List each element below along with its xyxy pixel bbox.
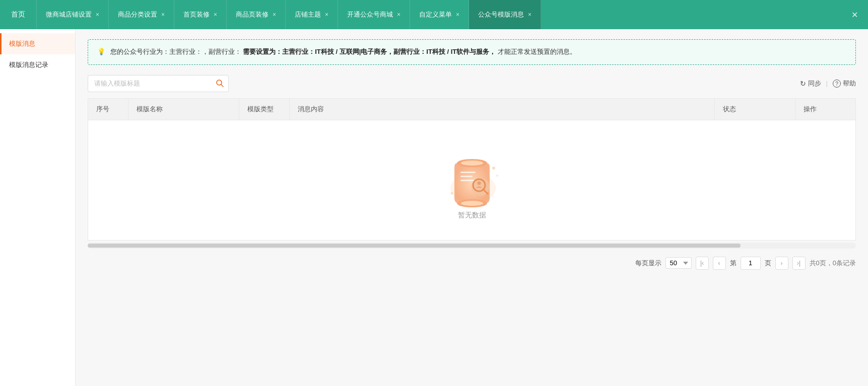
page-size-label: 每页显示: [635, 259, 661, 268]
tab-product-category[interactable]: 商品分类设置 ×: [109, 0, 174, 29]
lightbulb-icon: 💡: [97, 48, 105, 55]
data-table: 序号 模版名称 模版类型 消息内容 状态 操作: [88, 98, 856, 241]
tab-open-mall-label: 开通公众号商城: [347, 10, 393, 19]
col-status-header: 状态: [715, 98, 795, 120]
tab-template-msg-label: 公众号模版消息: [478, 10, 524, 19]
close-icon[interactable]: ×: [325, 11, 328, 18]
last-page-button[interactable]: ›|: [792, 257, 806, 270]
first-page-icon: |‹: [700, 260, 704, 267]
tab-shop-settings-label: 微商城店铺设置: [46, 10, 92, 19]
content-area: 💡 您的公众号行业为：主营行业：，副营行业： 需要设置为：主营行业：IT科技 /…: [76, 29, 868, 386]
search-icon: [216, 80, 224, 87]
tab-template-msg[interactable]: 公众号模版消息 ×: [469, 0, 541, 29]
col-action-header: 操作: [795, 98, 856, 120]
tab-product-decor[interactable]: 商品页装修 ×: [227, 0, 286, 29]
prev-page-button[interactable]: ‹: [713, 257, 726, 270]
notice-box: 💡 您的公众号行业为：主营行业：，副营行业： 需要设置为：主营行业：IT科技 /…: [88, 39, 856, 65]
next-page-icon: ›: [781, 260, 783, 267]
table-header-row: 序号 模版名称 模版类型 消息内容 状态 操作: [88, 98, 856, 120]
notice-suffix: 才能正常发送预置的消息。: [498, 48, 576, 55]
sidebar: 模版消息 模版消息记录: [0, 29, 76, 386]
search-input[interactable]: [88, 75, 229, 92]
tab-product-category-label: 商品分类设置: [118, 10, 157, 19]
main-layout: 模版消息 模版消息记录 💡 您的公众号行业为：主营行业：，副营行业： 需要设置为…: [0, 29, 868, 386]
sync-button[interactable]: ↻ 同步: [800, 79, 821, 88]
svg-point-13: [477, 181, 481, 185]
toolbar-right: ↻ 同步 | ? 帮助: [800, 79, 856, 88]
first-page-button[interactable]: |‹: [696, 257, 709, 270]
page-prefix: 第: [730, 259, 737, 268]
search-input-wrap: [88, 75, 229, 92]
page-size-select[interactable]: 10 20 50 100: [665, 257, 692, 269]
close-icon[interactable]: ×: [161, 11, 165, 18]
tab-shop-theme-label: 店铺主题: [295, 10, 321, 19]
pagination: 每页显示 10 20 50 100 |‹ ‹ 第 页 › ›| 共0页，0条记录: [88, 251, 856, 272]
svg-point-6: [461, 201, 483, 206]
close-icon[interactable]: ×: [96, 11, 99, 18]
sync-icon: ↻: [800, 80, 806, 88]
tab-custom-menu-label: 自定义菜单: [419, 10, 452, 19]
prev-page-icon: ‹: [718, 260, 720, 267]
svg-point-4: [461, 161, 483, 166]
close-icon[interactable]: ×: [456, 11, 459, 18]
toolbar-divider: |: [826, 80, 828, 87]
close-all-button[interactable]: ✕: [841, 10, 868, 20]
empty-state: 暂无数据: [88, 120, 855, 240]
svg-rect-8: [460, 176, 473, 177]
sync-label: 同步: [808, 79, 821, 88]
notice-prefix: 您的公众号行业为：主营行业：，副营行业：: [110, 48, 241, 55]
tab-home-label: 首页: [11, 10, 25, 19]
svg-point-16: [450, 192, 453, 194]
notice-highlight: 需要设置为：主营行业：IT科技 / 互联网|电子商务，副营行业：IT科技 / I…: [243, 48, 496, 55]
help-icon: ?: [833, 80, 841, 88]
tab-shop-settings[interactable]: 微商城店铺设置 ×: [37, 0, 109, 29]
last-page-icon: ›|: [797, 260, 800, 267]
scrollbar-thumb: [88, 244, 741, 248]
close-icon[interactable]: ×: [273, 11, 276, 18]
empty-text: 暂无数据: [458, 211, 486, 220]
col-name-header: 模版名称: [128, 98, 239, 120]
empty-illustration: [439, 150, 505, 211]
tab-custom-menu[interactable]: 自定义菜单 ×: [410, 0, 469, 29]
search-button[interactable]: [211, 75, 229, 92]
search-bar: ↻ 同步 | ? 帮助: [88, 75, 856, 92]
tab-product-decor-label: 商品页装修: [236, 10, 269, 19]
next-page-button[interactable]: ›: [775, 257, 788, 270]
tab-bar: 首页 微商城店铺设置 × 商品分类设置 × 首页装修 × 商品页装修 × 店铺主…: [0, 0, 868, 29]
help-label: 帮助: [843, 79, 856, 88]
page-input[interactable]: [741, 257, 761, 270]
tab-home-decor-label: 首页装修: [183, 10, 210, 19]
sidebar-item-template-msg-label: 模版消息: [9, 40, 35, 47]
tab-home-decor[interactable]: 首页装修 ×: [174, 0, 227, 29]
help-button[interactable]: ? 帮助: [833, 79, 856, 88]
page-total: 共0页，0条记录: [810, 259, 856, 268]
svg-rect-9: [460, 180, 475, 181]
tab-shop-theme[interactable]: 店铺主题 ×: [286, 0, 338, 29]
horizontal-scrollbar[interactable]: [88, 243, 856, 249]
tab-home[interactable]: 首页: [0, 0, 37, 29]
svg-point-14: [492, 167, 495, 170]
col-seq-header: 序号: [88, 98, 128, 120]
sidebar-item-template-msg-log-label: 模版消息记录: [9, 61, 48, 68]
col-type-header: 模版类型: [239, 98, 290, 120]
close-icon[interactable]: ×: [397, 11, 400, 18]
svg-point-15: [496, 175, 498, 177]
close-icon[interactable]: ×: [214, 11, 217, 18]
tab-open-mall[interactable]: 开通公众号商城 ×: [338, 0, 410, 29]
svg-line-1: [221, 85, 223, 87]
svg-rect-7: [460, 172, 476, 173]
sidebar-item-template-msg[interactable]: 模版消息: [0, 33, 75, 54]
col-content-header: 消息内容: [290, 98, 715, 120]
close-icon[interactable]: ×: [528, 11, 531, 18]
empty-state-row: 暂无数据: [88, 120, 856, 240]
sidebar-item-template-msg-log[interactable]: 模版消息记录: [0, 54, 75, 75]
page-suffix: 页: [765, 259, 771, 268]
